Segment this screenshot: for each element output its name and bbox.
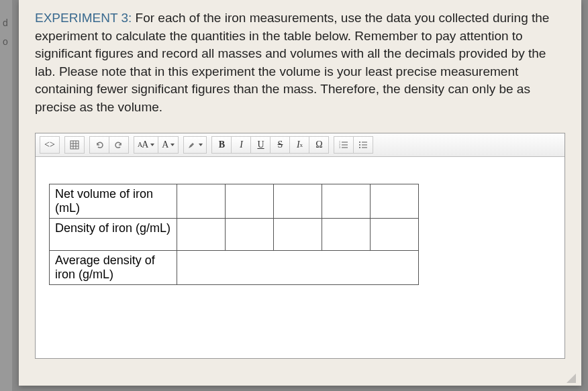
- font-size-button[interactable]: AA: [134, 136, 158, 154]
- svg-point-15: [359, 147, 360, 148]
- worksheet-page: EXPERIMENT 3: For each of the iron measu…: [19, 0, 581, 386]
- experiment-instructions: EXPERIMENT 3: For each of the iron measu…: [35, 9, 565, 117]
- data-cell[interactable]: [322, 218, 371, 250]
- data-entry-table[interactable]: Net volume of iron (mL) Density of iron …: [49, 184, 419, 285]
- bold-button[interactable]: B: [211, 136, 232, 154]
- margin-letter: o: [0, 32, 12, 51]
- row-label[interactable]: Net volume of iron (mL): [50, 184, 177, 218]
- data-cell[interactable]: [371, 184, 419, 218]
- experiment-title: EXPERIMENT 3:: [35, 11, 132, 25]
- rich-text-editor: <> AA A B I U S Ix Ω: [35, 133, 565, 359]
- svg-point-11: [359, 142, 360, 143]
- data-cell[interactable]: [274, 218, 322, 250]
- table-row: Net volume of iron (mL): [50, 184, 419, 218]
- bullet-list-button[interactable]: [353, 136, 373, 154]
- experiment-body: For each of the iron measurements, use t…: [35, 11, 549, 114]
- highlighter-icon: [187, 140, 197, 150]
- table-row: Average density of iron (g/mL): [50, 250, 419, 284]
- table-insert-button[interactable]: [64, 136, 85, 154]
- editor-content-area[interactable]: Net volume of iron (mL) Density of iron …: [36, 157, 565, 358]
- strike-button[interactable]: S: [270, 136, 290, 154]
- table-icon: [70, 140, 79, 150]
- data-cell[interactable]: [322, 184, 371, 218]
- page-margin-letters: d o: [0, 0, 12, 391]
- clear-format-button[interactable]: Ix: [289, 136, 309, 154]
- source-code-button[interactable]: <>: [40, 136, 60, 154]
- data-cell[interactable]: [226, 218, 274, 250]
- editor-toolbar: <> AA A B I U S Ix Ω: [36, 133, 565, 157]
- highlight-button[interactable]: [183, 136, 207, 154]
- unordered-list-icon: [358, 140, 368, 150]
- undo-icon: [95, 140, 104, 150]
- resize-handle-icon[interactable]: [567, 374, 576, 383]
- table-row: Density of iron (g/mL): [50, 218, 419, 250]
- underline-button[interactable]: U: [250, 136, 271, 154]
- data-cell[interactable]: [274, 184, 322, 218]
- row-label[interactable]: Density of iron (g/mL): [50, 218, 177, 250]
- data-cell[interactable]: [177, 250, 419, 284]
- ordered-list-icon: 1 2 3: [339, 140, 348, 150]
- redo-button[interactable]: [109, 136, 129, 154]
- data-cell[interactable]: [371, 218, 419, 250]
- svg-text:3: 3: [339, 146, 340, 149]
- data-cell[interactable]: [177, 184, 226, 218]
- italic-button[interactable]: I: [231, 136, 251, 154]
- margin-letter: d: [0, 13, 12, 32]
- row-label[interactable]: Average density of iron (g/mL): [50, 250, 177, 284]
- redo-icon: [114, 140, 124, 150]
- data-cell[interactable]: [226, 184, 274, 218]
- data-cell[interactable]: [177, 218, 226, 250]
- font-color-button[interactable]: A: [158, 136, 179, 154]
- svg-point-13: [359, 144, 360, 146]
- undo-button[interactable]: [89, 136, 109, 154]
- numbered-list-button[interactable]: 1 2 3: [334, 136, 354, 154]
- svg-rect-0: [70, 141, 79, 149]
- special-char-button[interactable]: Ω: [309, 136, 329, 154]
